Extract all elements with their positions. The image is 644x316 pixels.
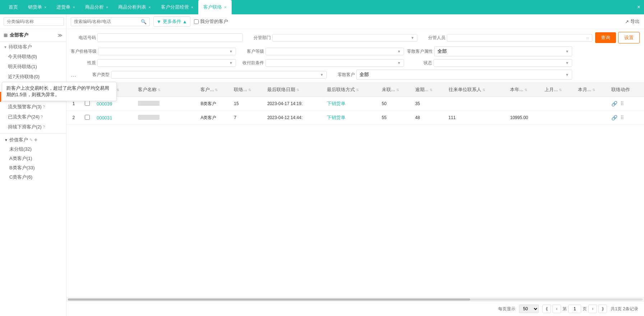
- row2-code[interactable]: 000031: [94, 111, 135, 125]
- pending-contact-group[interactable]: ▼ 待联络客户: [0, 42, 66, 52]
- col-header-this-month[interactable]: 本月... ⇅: [575, 83, 608, 97]
- sidebar-item-class-b[interactable]: B类客户(33): [0, 163, 66, 173]
- status-select[interactable]: ▼: [434, 59, 572, 67]
- nav-home[interactable]: 首页: [4, 0, 23, 14]
- row2-category: A类客户: [198, 111, 231, 125]
- nav-product-analysis[interactable]: 商品分析 ×: [80, 0, 113, 14]
- row2-checkbox[interactable]: [85, 115, 90, 120]
- row1-last-method-link[interactable]: 下销货单: [327, 101, 346, 106]
- col-header-unit-contacts[interactable]: 往来单位联系人 ⇅: [446, 83, 508, 97]
- close-product-analysis-list-icon[interactable]: ×: [148, 5, 150, 9]
- nav-customer-tier[interactable]: 客户分层经营 ×: [156, 0, 198, 14]
- sidebar-item-today[interactable]: 今天待联络(0): [0, 52, 66, 62]
- nature-select[interactable]: ▼: [97, 59, 236, 67]
- content-area: 🔍 ▼ 更多条件 ▲ 我分管的客户 ↗ 导出 电话号码: [66, 14, 644, 316]
- row2-last-method-link[interactable]: 下销货单: [327, 115, 346, 120]
- all-customers-header[interactable]: ⊞ 全部客户 ≫: [0, 29, 66, 42]
- first-page-button[interactable]: ⟪: [542, 305, 551, 313]
- phone-input[interactable]: [97, 33, 243, 42]
- row1-code-link[interactable]: 000039: [97, 101, 112, 107]
- search-icon[interactable]: 🔍: [141, 19, 147, 24]
- row2-more-icon[interactable]: ⠿: [620, 115, 624, 121]
- chevron-down-icon: ▲: [182, 19, 187, 24]
- row1-more-icon[interactable]: ⠿: [620, 101, 624, 107]
- customer-type-select[interactable]: ▼: [111, 71, 327, 79]
- horizontal-scrollbar[interactable]: [66, 297, 644, 301]
- per-page-select[interactable]: 50 100 200: [519, 305, 539, 313]
- row2-no-contact: 55: [379, 111, 412, 125]
- department-select-arrow: ▼: [411, 36, 414, 40]
- department-label: 分管部门: [246, 35, 271, 41]
- sidebar-item-declining[interactable]: 持续下滑客户(2) ?: [0, 122, 66, 132]
- filter-nature: 性质 ▼: [71, 59, 236, 67]
- page-number-input[interactable]: [568, 305, 581, 313]
- col-header-last-method[interactable]: 最后联络方式 ⇅: [324, 83, 379, 97]
- value-customer-group[interactable]: ▼ 价值客户 ✎ ✚: [0, 135, 66, 145]
- per-page-label: 每页显示: [498, 306, 515, 312]
- sidebar-item-already-lost[interactable]: 已流失客户(24) ?: [0, 112, 66, 122]
- col-header-name[interactable]: 客户名称 ⇅: [135, 83, 198, 97]
- nav-product-analysis-list[interactable]: 商品分析列表 ×: [113, 0, 156, 14]
- nav-purchase-order[interactable]: 进货单 ×: [51, 0, 80, 14]
- value-customer-edit-icon[interactable]: ✎: [29, 138, 33, 142]
- collapse-sidebar-icon[interactable]: ≫: [57, 33, 62, 38]
- scrollbar-thumb[interactable]: [68, 298, 470, 301]
- close-purchase-order-icon[interactable]: ×: [73, 5, 75, 9]
- close-product-analysis-icon[interactable]: ×: [106, 5, 108, 9]
- sidebar-item-lost-warning[interactable]: 流失预警客户(3) ?: [0, 102, 66, 112]
- value-customer-add-icon[interactable]: ✚: [34, 138, 37, 142]
- department-select[interactable]: ▼: [272, 34, 418, 42]
- col-header-this-year[interactable]: 本年... ⇅: [507, 83, 542, 97]
- filter-scatter-attr: 零散客户属性 全部 ▼: [407, 46, 572, 56]
- my-customers-checkbox-area[interactable]: 我分管的客户: [194, 18, 228, 25]
- row1-checkbox[interactable]: [85, 101, 90, 106]
- col-header-last-date[interactable]: 最后联络日期 ⇅: [264, 83, 324, 97]
- scatter-customer-select[interactable]: 全部 ▼: [356, 70, 572, 80]
- sidebar-item-class-a[interactable]: A类客户(1): [0, 154, 66, 163]
- more-conditions-button[interactable]: ▼ 更多条件 ▲: [153, 16, 190, 27]
- sidebar-item-7days[interactable]: 近7天待联络(0): [0, 72, 66, 82]
- customer-level-select[interactable]: ▼: [265, 48, 404, 55]
- nav-customer-contact[interactable]: 客户联络 ×: [198, 0, 231, 14]
- manager-select[interactable]: ···: [447, 34, 592, 42]
- last-page-button[interactable]: ⟫: [598, 305, 607, 313]
- customers-table: ⚙ 客户编码 ⇅ 客户名称: [66, 83, 644, 125]
- sidebar-search-input[interactable]: [4, 17, 64, 26]
- col-header-category[interactable]: 客户... ⇅: [198, 83, 231, 97]
- sidebar-item-tomorrow[interactable]: 明天待联络(1): [0, 62, 66, 72]
- close-all-tabs-button[interactable]: ×: [637, 4, 640, 10]
- sidebar-item-unclassified[interactable]: 未分组(32): [0, 145, 66, 154]
- col-header-last-month[interactable]: 上月... ⇅: [542, 83, 575, 97]
- price-level-select[interactable]: ▼: [98, 48, 236, 55]
- row1-contact-icon[interactable]: 🔗: [611, 101, 617, 107]
- payment-select[interactable]: ▼: [265, 59, 404, 67]
- export-button[interactable]: ↗ 导出: [625, 18, 640, 25]
- col-header-contact-count[interactable]: 联络... ⇅: [231, 83, 264, 97]
- row2-code-link[interactable]: 000031: [97, 115, 112, 121]
- search-input[interactable]: [74, 19, 139, 24]
- scatter-attr-select[interactable]: 全部 ▼: [434, 46, 572, 56]
- scrollbar-track[interactable]: [68, 298, 643, 301]
- category-sort-icon: ⇅: [215, 88, 218, 92]
- row2-action: 🔗 ⠿: [608, 111, 644, 125]
- close-sales-order-icon[interactable]: ×: [44, 5, 46, 9]
- setting-button[interactable]: 设置: [618, 32, 640, 43]
- customer-level-label: 客户等级: [239, 48, 264, 55]
- row2-contact-icon[interactable]: 🔗: [611, 115, 617, 121]
- col-header-overdue[interactable]: 逾期... ⇅: [412, 83, 446, 97]
- nav-sales-order[interactable]: 销货单 ×: [23, 0, 51, 14]
- row2-check[interactable]: [81, 111, 94, 125]
- row1-last-method[interactable]: 下销货单: [324, 97, 379, 111]
- price-level-arrow: ▼: [229, 49, 233, 53]
- my-customers-checkbox[interactable]: [194, 19, 199, 24]
- prev-page-button[interactable]: ‹: [552, 305, 561, 313]
- close-customer-contact-icon[interactable]: ×: [224, 5, 226, 9]
- col-header-no-contact[interactable]: 未联... ⇅: [379, 83, 412, 97]
- next-page-button[interactable]: ›: [588, 305, 597, 313]
- query-button[interactable]: 查询: [595, 32, 616, 43]
- sidebar-search-area: 🔍: [0, 14, 66, 29]
- row2-last-method[interactable]: 下销货单: [324, 111, 379, 125]
- sidebar-item-class-c[interactable]: C类客户(6): [0, 173, 66, 182]
- close-customer-tier-icon[interactable]: ×: [191, 5, 193, 9]
- filter-dots[interactable]: ...: [71, 71, 82, 79]
